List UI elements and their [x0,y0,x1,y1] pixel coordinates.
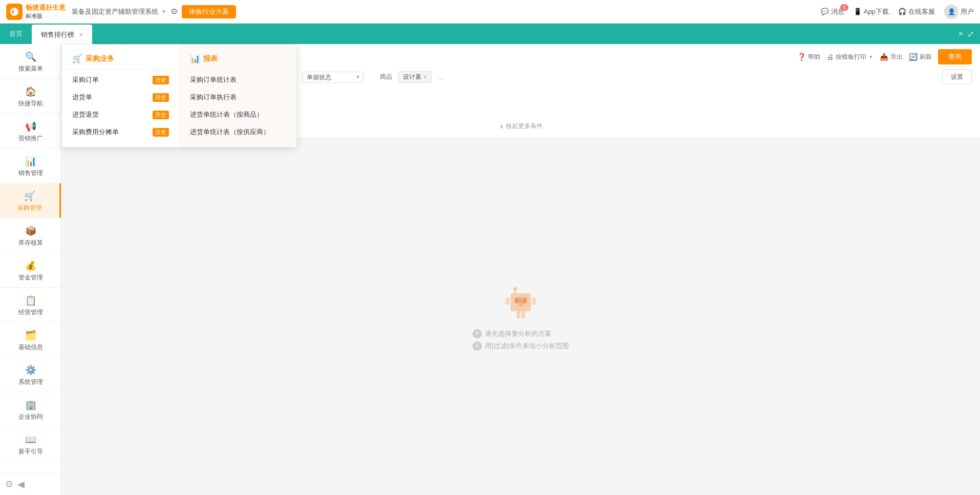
print-icon: 🖨 [826,53,834,61]
sidebar-item-purchase[interactable]: 🛒 采购管理 [0,183,61,218]
hist-badge-1: 历史 [153,93,169,102]
print-btn[interactable]: 🖨 按模板打印 ▼ [826,53,874,61]
trial-button[interactable]: 体验行业方案 [182,5,236,18]
set-btn-wrap: 设置 [942,70,972,84]
empty-tip-2: ② 用[过滤]条件来缩小分析范围 [473,341,568,351]
set-button[interactable]: 设置 [942,70,972,84]
sidebar-item-stock[interactable]: 📦 库存核算 [0,218,61,253]
tab-sales-rank[interactable]: 销售排行榜 × [32,25,92,45]
dropdown-item-purchase-order-stat[interactable]: 采购订单统计表 [180,71,297,89]
goods-tag: 设计素 × [398,71,432,83]
collapse-up-icon: ∧ [499,123,504,130]
svg-rect-9 [505,297,509,305]
print-arrow-icon: ▼ [868,54,874,60]
search-icon: 🔍 [25,51,36,62]
svg-rect-10 [532,297,536,305]
goods-ellipsis[interactable]: ... [438,73,443,81]
export-btn[interactable]: 📤 导出 [880,53,903,61]
settings-gear-icon[interactable]: ⚙ [171,7,178,16]
sidebar-collapse-btn[interactable]: ◀ [17,479,25,490]
dropdown-item-purchase-order-exec[interactable]: 采购订单执行表 [180,89,297,106]
dropdown-purchase-col: 🛒 采购业务 采购订单 历史 进货单 历史 进货退货 历史 采购费用分摊单 历史 [62,45,179,147]
enterprise-icon: 🏢 [25,399,36,411]
svg-rect-6 [518,304,523,306]
sidebar-item-search[interactable]: 🔍 搜索菜单 [0,44,61,79]
guide-icon: 📖 [25,434,36,445]
dropdown-report-col: 📊 报表 采购订单统计表 采购订单执行表 进货单统计表（按商品） 进货单统计表（… [180,45,297,147]
sales-icon: 📊 [25,156,36,167]
headset-icon: 🎧 [898,8,906,15]
goods-label: 商品 [380,73,392,81]
basic-info-icon: 🗂️ [25,330,36,341]
tabbar: 首页 销售排行榜 × × ⤢ [0,24,980,44]
logo-icon: 6 [6,4,23,20]
sidebar-item-sys-mgmt[interactable]: ⚙️ 系统管理 [0,357,61,392]
goods-tag-close[interactable]: × [423,74,427,81]
finance-icon: 💰 [25,260,36,271]
svg-text:6: 6 [12,9,15,15]
service-btn[interactable]: 🎧 在线客服 [898,7,935,16]
export-icon: 📤 [880,53,888,61]
status-select-wrap: 单据状态 ▼ [302,72,364,83]
svg-point-4 [515,299,518,302]
hist-badge-2: 历史 [153,111,169,119]
message-icon: 💬 [821,8,829,15]
dropdown-report-title: 📊 报表 [180,51,297,69]
system-selector-arrow: ▼ [161,9,166,14]
hist-badge-0: 历史 [153,76,169,84]
query-button[interactable]: 查询 [938,49,972,64]
dropdown-item-purchase-order[interactable]: 采购订单 历史 [62,71,179,89]
message-btn[interactable]: 💬 消息 6 [821,7,844,16]
phone-icon: 📱 [854,8,862,15]
empty-tip-1: ① 请先选择要分析的方案 [473,329,568,338]
dropdown-menu: 🛒 采购业务 采购订单 历史 进货单 历史 进货退货 历史 采购费用分摊单 历史… [61,44,297,147]
message-badge: 6 [840,4,848,11]
tab-window-close-icon[interactable]: × [958,29,963,38]
status-select[interactable]: 单据状态 [302,72,364,83]
dropdown-item-goods-stat-by-product[interactable]: 进货单统计表（按商品） [180,106,297,123]
dropdown-item-goods-stat-by-supplier[interactable]: 进货单统计表（按供应商） [180,123,297,141]
sidebar: 🔍 搜索菜单 🏠 快捷导航 📢 营销推广 📊 销售管理 🛒 采购管理 📦 库存核… [0,44,61,495]
system-selector[interactable]: 装备及固定资产辅助管理系统 ▼ [72,7,166,16]
sys-icon: ⚙️ [25,364,36,376]
tab-fullscreen-icon[interactable]: ⤢ [967,29,974,39]
dropdown-purchase-title: 🛒 采购业务 [62,51,179,69]
svg-rect-8 [521,311,525,318]
empty-tips: ① 请先选择要分析的方案 ② 用[过滤]条件来缩小分析范围 [473,329,568,351]
topbar: 6 畅捷通好生意 标准版 装备及固定资产辅助管理系统 ▼ ⚙ 体验行业方案 💬 … [0,0,980,24]
report-col-icon: 📊 [190,54,200,63]
sidebar-item-basic-info[interactable]: 🗂️ 基础信息 [0,322,61,357]
logo-text: 畅捷通好生意 标准版 [26,4,66,19]
toolbar-right: ❓ 帮助 🖨 按模板打印 ▼ 📤 导出 🔄 刷新 [797,49,972,64]
sidebar-item-operations[interactable]: 📋 经营管理 [0,288,61,322]
dropdown-item-purchase-fee[interactable]: 采购费用分摊单 历史 [62,123,179,141]
tab-home[interactable]: 首页 [0,24,32,44]
sidebar-item-marketing[interactable]: 📢 营销推广 [0,114,61,148]
avatar: 👤 [944,5,958,19]
home-icon: 🏠 [25,86,36,97]
refresh-btn[interactable]: 🔄 刷新 [909,53,932,61]
purchase-icon: 🛒 [24,190,35,202]
sidebar-item-quick-nav[interactable]: 🏠 快捷导航 [0,79,61,114]
hist-badge-3: 历史 [153,128,169,137]
svg-point-12 [514,287,517,290]
svg-rect-7 [517,311,520,318]
svg-point-5 [523,299,526,302]
dropdown-item-goods-return[interactable]: 进货退货 历史 [62,106,179,123]
help-btn[interactable]: ❓ 帮助 [797,53,820,61]
user-btn[interactable]: 👤 用户 [944,5,974,19]
sidebar-settings-btn[interactable]: ⚙ [5,479,13,490]
tab-close-icon[interactable]: × [79,31,83,38]
empty-illustration [495,283,546,324]
tab-right-controls: × ⤢ [958,29,980,39]
sidebar-item-finance[interactable]: 💰 资金管理 [0,253,61,288]
sidebar-bottom: ⚙ ◀ [0,473,61,495]
purchase-col-icon: 🛒 [72,54,82,63]
stock-icon: 📦 [25,225,36,236]
dropdown-item-goods-receipt[interactable]: 进货单 历史 [62,89,179,106]
sidebar-item-enterprise[interactable]: 🏢 企业协同 [0,392,61,427]
sidebar-item-guide[interactable]: 📖 新手引导 [0,427,61,462]
sidebar-item-sales[interactable]: 📊 销售管理 [0,148,61,183]
app-download-btn[interactable]: 📱 App下载 [854,7,889,16]
marketing-icon: 📢 [25,121,36,132]
